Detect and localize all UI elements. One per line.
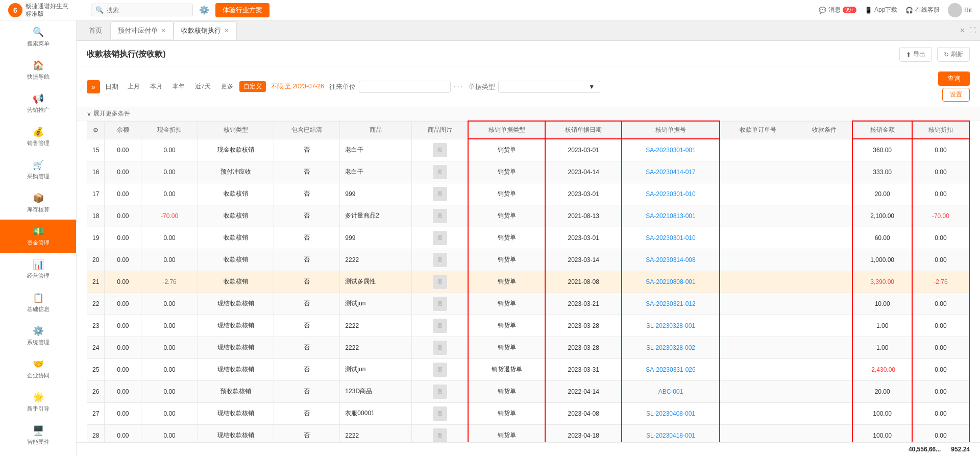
cell-img: 图	[411, 293, 468, 315]
header-actions: ⬆ 导出 ↻ 刷新	[899, 47, 970, 62]
cell-bill-no[interactable]: SA-20230314-008	[622, 249, 719, 271]
from-unit-input[interactable]	[359, 81, 451, 93]
sidebar-item-nav[interactable]: 🏠 快捷导航	[0, 54, 76, 87]
cell-bill-no[interactable]: SL-20230418-001	[622, 424, 719, 442]
tab-close-prepay[interactable]: ✕	[161, 27, 166, 34]
table-row: 17 0.00 0.00 收款核销 否 999 图 销货单 2023-03-01…	[87, 183, 970, 205]
cell-order-no	[720, 205, 796, 227]
bill-no-link[interactable]: SL-20230418-001	[646, 432, 695, 439]
cell-bill-no[interactable]: SL-20230328-002	[622, 337, 719, 358]
sidebar-item-inventory[interactable]: 📦 库存核算	[0, 186, 76, 220]
bill-no-link[interactable]: SA-20230314-008	[646, 256, 695, 263]
cell-condition	[796, 161, 852, 183]
settings-icon[interactable]: ⚙️	[199, 5, 209, 15]
bill-type-label: 单据类型	[469, 82, 495, 91]
date-more[interactable]: 更多	[217, 81, 237, 92]
user-profile[interactable]: Rit	[948, 3, 972, 17]
sidebar-item-guide[interactable]: 🌟 新手引导	[0, 386, 76, 419]
message-action[interactable]: 💬 消息 99+	[819, 6, 856, 14]
query-button[interactable]: 查询	[938, 71, 970, 86]
sidebar-item-wechat[interactable]: 💬 企业微信	[0, 452, 76, 456]
app-download-action[interactable]: 📱 App下载	[865, 6, 897, 14]
cell-bill-no[interactable]: ABC-001	[622, 380, 719, 402]
bill-no-link[interactable]: SA-20230321-012	[646, 300, 695, 307]
sidebar-item-purchase[interactable]: 🛒 采购管理	[0, 153, 76, 186]
th-discount: 核销折扣	[912, 121, 969, 139]
date-custom[interactable]: 自定义	[239, 81, 266, 92]
export-button[interactable]: ⬆ 导出	[899, 47, 932, 62]
sidebar-item-sales[interactable]: 💰 销售管理	[0, 120, 76, 153]
bill-no-link[interactable]: SA-20210813-001	[646, 212, 695, 220]
expand-more-button[interactable]: ∨ 展开更多条件	[87, 109, 130, 118]
cell-goods: 老白干	[340, 161, 411, 183]
tab-prepay[interactable]: 预付冲应付单 ✕	[110, 21, 174, 39]
sidebar-item-hardware[interactable]: 🖥️ 智能硬件	[0, 419, 76, 452]
window-close-icon[interactable]: ✕	[960, 27, 965, 34]
cell-bill-no[interactable]: SA-20230301-010	[622, 183, 719, 205]
cell-bill-type: 销货退货单	[468, 358, 545, 380]
table-wrapper[interactable]: ⚙ 余额 现金折扣 核销类型 包含已结清 商品 商品图片 核销单据类型 核销单据…	[77, 121, 980, 442]
bill-no-link[interactable]: SA-20210808-001	[646, 278, 695, 285]
cell-balance: 0.00	[105, 380, 141, 402]
cell-bill-no[interactable]: SA-20230301-001	[622, 139, 719, 161]
cell-bill-no[interactable]: SA-20230331-026	[622, 358, 719, 380]
cell-bill-no[interactable]: SA-20210808-001	[622, 271, 719, 293]
tab-close-receipt[interactable]: ✕	[224, 27, 229, 34]
cell-bill-type: 销货单	[468, 380, 545, 402]
sidebar-item-marketing[interactable]: 📢 营销推广	[0, 87, 76, 120]
cell-bill-no[interactable]: SA-20210813-001	[622, 205, 719, 227]
cell-balance: 0.00	[105, 315, 141, 337]
filter-expand-button[interactable]: »	[87, 80, 100, 93]
cell-settled: 否	[274, 161, 340, 183]
date-this-year[interactable]: 本年	[168, 81, 189, 92]
sidebar-item-finance[interactable]: 💵 资金管理	[0, 220, 76, 253]
online-service-action[interactable]: 🎧 在线客服	[905, 6, 940, 14]
search-input[interactable]	[107, 7, 188, 14]
cell-bill-no[interactable]: SA-20230414-017	[622, 161, 719, 183]
cell-bill-type: 销货单	[468, 337, 545, 358]
cell-bill-no[interactable]: SL-20230408-001	[622, 402, 719, 424]
th-settings[interactable]: ⚙	[87, 121, 105, 139]
cell-bill-no[interactable]: SA-20230321-012	[622, 293, 719, 315]
from-unit-dots[interactable]: ···	[454, 82, 463, 91]
cell-goods: 2222	[340, 249, 411, 271]
sidebar-item-search[interactable]: 🔍 搜索菜单	[0, 20, 76, 54]
date-last-month[interactable]: 上月	[124, 81, 144, 92]
bill-no-link[interactable]: SL-20230328-001	[646, 322, 695, 329]
cell-bill-no[interactable]: SA-20230301-010	[622, 227, 719, 249]
cell-type: 收款核销	[198, 183, 274, 205]
bill-type-select[interactable]: ▼	[498, 81, 600, 93]
window-expand-icon[interactable]: ⛶	[969, 27, 976, 34]
sidebar-item-system[interactable]: ⚙️ 系统管理	[0, 319, 76, 352]
bill-no-link[interactable]: SL-20230328-002	[646, 344, 695, 351]
bill-no-link[interactable]: ABC-001	[658, 388, 683, 395]
filter-bar: » 日期 上月 本月 本年 近7天 更多 自定义 不限 至 2023-07-26…	[77, 66, 980, 107]
cell-bill-date: 2023-04-18	[545, 424, 622, 442]
cell-type: 现结收款核销	[198, 358, 274, 380]
cell-img: 图	[411, 424, 468, 442]
date-7days[interactable]: 近7天	[191, 81, 215, 92]
sidebar-item-operations[interactable]: 📊 经营管理	[0, 253, 76, 286]
cell-discount: 0.00	[912, 358, 969, 380]
cell-bill-date: 2023-03-01	[545, 227, 622, 249]
refresh-button[interactable]: ↻ 刷新	[937, 47, 970, 62]
bill-no-link[interactable]: SA-20230301-010	[646, 234, 695, 242]
bill-no-link[interactable]: SA-20230414-017	[646, 169, 695, 176]
th-bill-no: 核销单据号	[622, 121, 719, 139]
cell-bill-date: 2022-04-14	[545, 380, 622, 402]
sidebar-item-basics[interactable]: 📋 基础信息	[0, 286, 76, 319]
date-this-month[interactable]: 本月	[146, 81, 166, 92]
top-search-box[interactable]: 🔍	[91, 4, 193, 16]
cell-type: 现结收款核销	[198, 315, 274, 337]
cell-balance: 0.00	[105, 183, 141, 205]
solution-button[interactable]: 体验行业方案	[215, 3, 270, 17]
tab-home[interactable]: 首页	[81, 22, 110, 39]
filter-settings-button[interactable]: 设置	[942, 88, 970, 102]
bill-no-link[interactable]: SL-20230408-001	[646, 410, 695, 417]
bill-no-link[interactable]: SA-20230301-001	[646, 147, 695, 154]
tab-receipt[interactable]: 收款核销执行 ✕	[174, 21, 237, 40]
sidebar-item-cooperation[interactable]: 🤝 企业协同	[0, 352, 76, 386]
cell-bill-no[interactable]: SL-20230328-001	[622, 315, 719, 337]
bill-no-link[interactable]: SA-20230301-010	[646, 190, 695, 198]
bill-no-link[interactable]: SA-20230331-026	[646, 366, 695, 373]
